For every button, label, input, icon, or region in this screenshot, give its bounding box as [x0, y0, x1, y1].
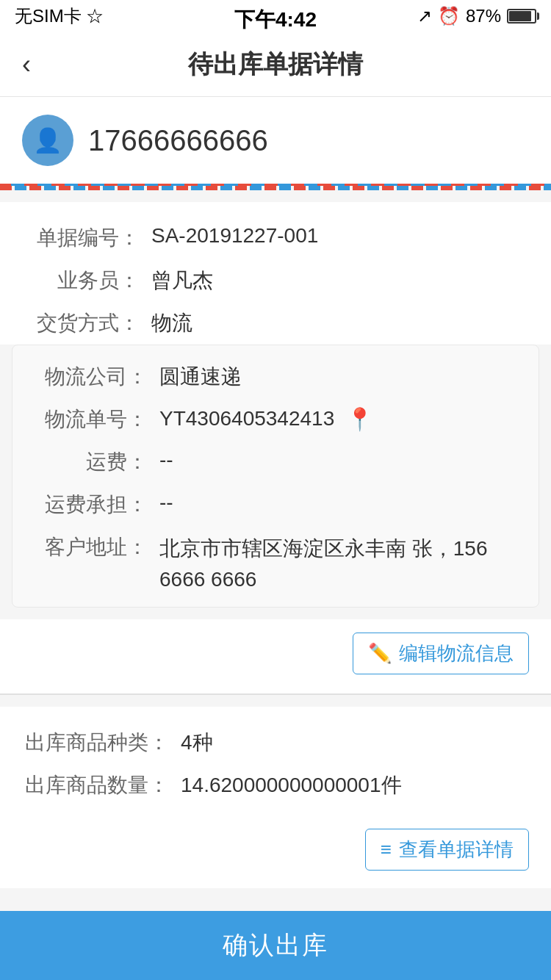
basic-info-section: 单据编号： SA-20191227-001 业务员： 曾凡杰 交货方式： 物流 — [0, 202, 551, 345]
logistics-section: 物流公司： 圆通速递 物流单号： YT4306405342413 📍 运费： -… — [12, 345, 539, 608]
back-button[interactable]: ‹ — [22, 49, 31, 80]
status-left: 无SIM卡 ☆ — [15, 4, 104, 28]
edit-icon: ✏️ — [368, 642, 392, 665]
product-type-value: 4种 — [181, 729, 213, 757]
location-status-icon: ↗ — [417, 6, 432, 26]
logistics-company-row: 物流公司： 圆通速递 — [30, 363, 521, 391]
freight-row: 运费： -- — [30, 448, 521, 476]
freight-label: 运费： — [30, 448, 148, 476]
confirm-outbound-button[interactable]: 确认出库 — [0, 911, 551, 980]
freight-bearer-row: 运费承担： -- — [30, 491, 521, 519]
view-detail-button[interactable]: ≡ 查看单据详情 — [365, 829, 529, 871]
page-title: 待出库单据详情 — [188, 48, 363, 82]
status-right: ↗ ⏰ 87% — [417, 6, 536, 26]
product-quantity-label: 出库商品数量： — [22, 771, 169, 799]
logistics-company-label: 物流公司： — [30, 363, 148, 391]
edit-logistics-row: ✏️ 编辑物流信息 — [0, 619, 551, 693]
address-value: 北京市市辖区海淀区永丰南 张，156 6666 6666 — [159, 533, 521, 595]
view-detail-btn-label: 查看单据详情 — [399, 837, 514, 862]
sim-status: 无SIM卡 ☆ — [15, 4, 104, 28]
freight-value: -- — [159, 448, 521, 472]
spacer-2 — [0, 695, 551, 707]
status-bar: 无SIM卡 ☆ 下午4:42 ↗ ⏰ 87% — [0, 0, 551, 32]
sales-person-label: 业务员： — [22, 267, 140, 295]
delivery-method-value: 物流 — [151, 309, 529, 337]
product-quantity-row: 出库商品数量： 14.620000000000001件 — [22, 771, 529, 799]
battery-icon — [507, 9, 536, 24]
avatar-symbol: 👤 — [33, 126, 62, 154]
product-info-section: 出库商品种类： 4种 出库商品数量： 14.620000000000001件 — [0, 707, 551, 821]
address-row: 客户地址： 北京市市辖区海淀区永丰南 张，156 6666 6666 — [30, 533, 521, 595]
logistics-company-value: 圆通速递 — [159, 363, 521, 391]
customer-header: 👤 17666666666 — [0, 97, 551, 186]
status-time: 下午4:42 — [234, 6, 317, 34]
sales-person-row: 业务员： 曾凡杰 — [22, 267, 529, 295]
order-no-label: 单据编号： — [22, 224, 140, 252]
tracking-no-text: YT4306405342413 — [159, 407, 334, 430]
nav-bar: ‹ 待出库单据详情 — [0, 32, 551, 97]
freight-bearer-value: -- — [159, 491, 521, 514]
view-detail-row: ≡ 查看单据详情 — [0, 821, 551, 888]
confirm-btn-label: 确认出库 — [223, 931, 328, 959]
product-quantity-value: 14.620000000000001件 — [181, 771, 402, 799]
order-no-value: SA-20191227-001 — [151, 224, 529, 248]
battery-percent: 87% — [466, 6, 501, 26]
tracking-no-row: 物流单号： YT4306405342413 📍 — [30, 406, 521, 433]
product-type-row: 出库商品种类： 4种 — [22, 729, 529, 757]
delivery-method-row: 交货方式： 物流 — [22, 309, 529, 337]
map-pin-icon[interactable]: 📍 — [346, 406, 372, 432]
customer-phone: 17666666666 — [88, 124, 268, 157]
avatar: 👤 — [22, 115, 73, 166]
tracking-no-value: YT4306405342413 📍 — [159, 406, 521, 432]
edit-logistics-button[interactable]: ✏️ 编辑物流信息 — [353, 633, 529, 674]
tracking-no-label: 物流单号： — [30, 406, 148, 433]
product-type-label: 出库商品种类： — [22, 729, 169, 757]
spacer-1 — [0, 190, 551, 202]
list-icon: ≡ — [381, 838, 392, 861]
sales-person-value: 曾凡杰 — [151, 267, 529, 295]
address-label: 客户地址： — [30, 533, 148, 561]
alarm-icon: ⏰ — [438, 6, 460, 26]
delivery-method-label: 交货方式： — [22, 309, 140, 337]
freight-bearer-label: 运费承担： — [30, 491, 148, 519]
edit-btn-label: 编辑物流信息 — [399, 641, 514, 666]
order-no-row: 单据编号： SA-20191227-001 — [22, 224, 529, 252]
